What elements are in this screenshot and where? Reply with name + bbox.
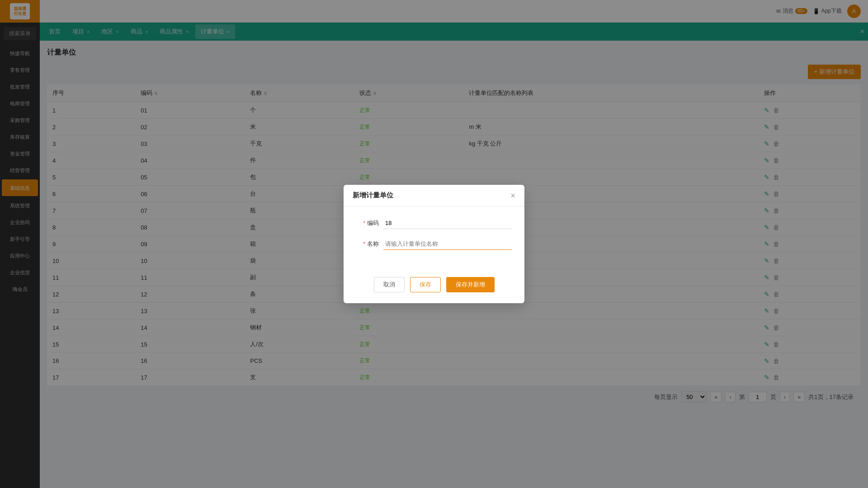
add-unit-modal: 新增计量单位 × * 编码 * 名称 取消 保存 保存并新增	[344, 185, 524, 303]
code-input[interactable]	[383, 217, 512, 229]
modal-header: 新增计量单位 ×	[344, 185, 524, 206]
name-input[interactable]	[383, 238, 512, 250]
save-button[interactable]: 保存	[410, 277, 441, 292]
modal-body: * 编码 * 名称	[344, 206, 524, 270]
code-label: * 编码	[356, 219, 383, 227]
modal-close-button[interactable]: ×	[510, 192, 515, 200]
modal-title: 新增计量单位	[353, 191, 393, 200]
modal-footer: 取消 保存 保存并新增	[344, 270, 524, 303]
required-mark-name: *	[363, 240, 365, 247]
name-label: * 名称	[356, 240, 383, 248]
modal-overlay: 新增计量单位 × * 编码 * 名称 取消 保存 保存并新增	[0, 0, 868, 488]
form-item-code: * 编码	[356, 217, 512, 229]
required-mark: *	[363, 220, 365, 226]
cancel-button[interactable]: 取消	[374, 277, 405, 292]
form-item-name: * 名称	[356, 238, 512, 250]
save-and-new-button[interactable]: 保存并新增	[446, 277, 495, 292]
